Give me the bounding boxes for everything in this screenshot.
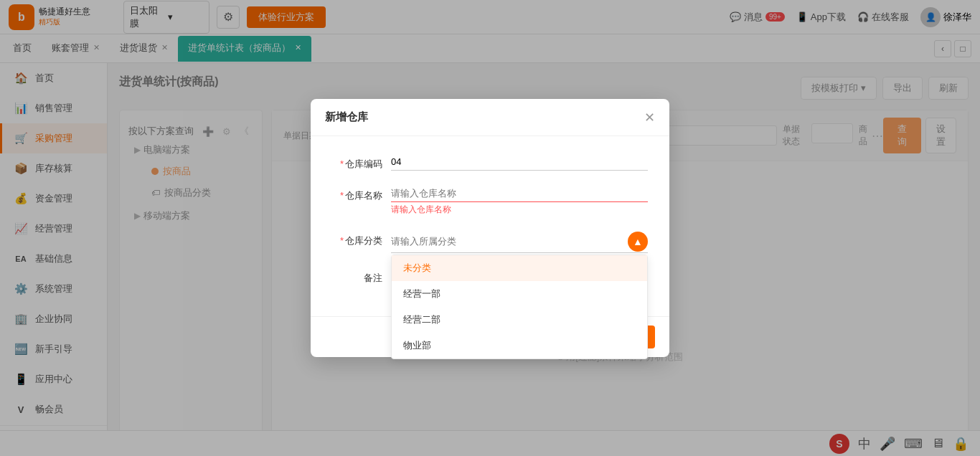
add-warehouse-dialog: 新增仓库 ✕ 仓库编码 仓库名称 请输入仓库名称 仓库分类 ▲ <box>311 99 669 357</box>
name-error-message: 请输入仓库名称 <box>391 204 648 216</box>
code-label: 仓库编码 <box>332 153 382 171</box>
code-row: 仓库编码 <box>332 153 648 171</box>
category-label: 仓库分类 <box>332 230 382 247</box>
category-dropdown: 未分类 经营一部 经营二部 物业部 <box>391 255 648 359</box>
dropdown-item-dept3[interactable]: 物业部 <box>392 333 647 358</box>
category-input[interactable] <box>391 230 648 253</box>
dialog-title: 新增仓库 <box>325 110 368 124</box>
note-label: 备注 <box>332 267 382 285</box>
dialog-close-button[interactable]: ✕ <box>644 111 655 124</box>
dropdown-item-dept2[interactable]: 经营二部 <box>392 307 647 333</box>
dropdown-item-none[interactable]: 未分类 <box>392 255 647 281</box>
dialog-header: 新增仓库 ✕ <box>311 99 669 136</box>
name-label: 仓库名称 <box>332 185 382 202</box>
category-input-wrap: ▲ 未分类 经营一部 经营二部 物业部 <box>391 230 648 253</box>
category-arrow-button[interactable]: ▲ <box>628 232 648 252</box>
name-input[interactable] <box>391 185 648 202</box>
dialog-body: 仓库编码 仓库名称 请输入仓库名称 仓库分类 ▲ 未分类 经营一部 <box>311 136 669 316</box>
name-row: 仓库名称 请输入仓库名称 <box>332 185 648 216</box>
category-row: 仓库分类 ▲ 未分类 经营一部 经营二部 物业部 <box>332 230 648 253</box>
code-input[interactable] <box>391 153 648 171</box>
dropdown-item-dept1[interactable]: 经营一部 <box>392 281 647 307</box>
